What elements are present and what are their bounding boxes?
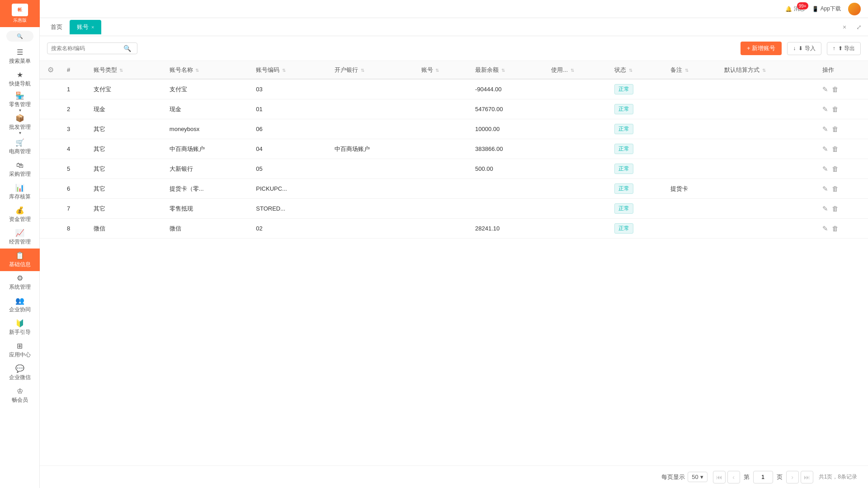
logo-text: 乐惠版: [13, 17, 27, 23]
sidebar-item-guide[interactable]: 🔰 新手引导: [0, 316, 40, 339]
last-page-button[interactable]: ⏭: [801, 471, 813, 483]
th-usage[interactable]: 使用... ⇅: [546, 61, 609, 79]
tab-account[interactable]: 账号 ×: [70, 20, 101, 34]
sidebar-item-search[interactable]: ☰ 搜索菜单: [0, 45, 40, 68]
delete-button[interactable]: 🗑: [832, 145, 839, 153]
row-status: 正常: [609, 99, 665, 119]
edit-button[interactable]: ✎: [822, 105, 828, 113]
th-code[interactable]: 账号编码 ⇅: [250, 61, 329, 79]
message-badge: 99+: [797, 2, 808, 9]
search-box[interactable]: 🔍: [47, 42, 137, 54]
sidebar-item-system[interactable]: ⚙ 系统管理: [0, 271, 40, 294]
sort-icon: ⇅: [629, 68, 632, 73]
next-page-button[interactable]: ›: [786, 471, 799, 483]
edit-button[interactable]: ✎: [822, 85, 828, 94]
edit-button[interactable]: ✎: [822, 165, 828, 173]
add-account-button[interactable]: + 新增账号: [741, 42, 782, 55]
search-input[interactable]: [51, 45, 123, 52]
delete-button[interactable]: 🗑: [832, 205, 839, 213]
sidebar-item-purchase[interactable]: 🛍 采购管理: [0, 158, 40, 181]
sidebar-item-quick-nav[interactable]: ★ 快捷导航: [0, 68, 40, 90]
sort-icon: ⇅: [282, 68, 286, 73]
row-usage: [546, 99, 609, 119]
tab-home[interactable]: 首页: [43, 20, 70, 34]
row-usage: [546, 199, 609, 219]
sidebar-item-ecommerce[interactable]: 🛒 电商管理: [0, 136, 40, 158]
edit-button[interactable]: ✎: [822, 125, 828, 133]
th-account-label: 账号: [421, 66, 433, 73]
row-balance: 547670.00: [470, 99, 546, 119]
th-balance[interactable]: 最新余额 ⇅: [470, 61, 546, 79]
message-button[interactable]: 🔔 消息 99+: [785, 5, 805, 13]
row-default-settlement: [719, 119, 817, 139]
tab-close-button[interactable]: ×: [839, 22, 850, 33]
th-status[interactable]: 状态 ⇅: [609, 61, 665, 79]
edit-button[interactable]: ✎: [822, 185, 828, 193]
app-icon: ⊞: [17, 342, 23, 350]
import-button[interactable]: ↓ ⬇ 导入: [787, 42, 821, 55]
delete-button[interactable]: 🗑: [832, 125, 839, 133]
edit-button[interactable]: ✎: [822, 225, 828, 233]
edit-button[interactable]: ✎: [822, 205, 828, 213]
th-bank[interactable]: 开户银行 ⇅: [329, 61, 415, 79]
sidebar-item-finance[interactable]: 💰 资金管理: [0, 203, 40, 226]
th-default-settlement[interactable]: 默认结算方式 ⇅: [719, 61, 817, 79]
row-name: 大新银行: [164, 159, 250, 179]
tab-account-label: 账号: [77, 23, 89, 31]
app-download-button[interactable]: 📱 App下载: [812, 5, 841, 13]
status-badge: 正常: [614, 144, 633, 154]
sidebar-item-operation[interactable]: 📈 经营管理: [0, 226, 40, 249]
page-number-input[interactable]: [753, 471, 773, 483]
page-suffix: 页: [777, 473, 783, 481]
prev-page-button[interactable]: ‹: [727, 471, 740, 483]
table-row: 5 其它 大新银行 05 500.00 正常 ✎ 🗑: [40, 159, 868, 179]
delete-button[interactable]: 🗑: [832, 185, 839, 193]
row-status: 正常: [609, 219, 665, 239]
main-area: 🔔 消息 99+ 📱 App下载 首页 账号 × × ⤢: [40, 0, 868, 488]
row-index: 1: [61, 79, 88, 99]
sidebar-search-box[interactable]: 🔍: [6, 31, 33, 42]
row-account: [416, 79, 470, 99]
export-button[interactable]: ↑ ⬆ 导出: [827, 42, 861, 55]
row-balance: 383866.00: [470, 139, 546, 159]
row-code: 03: [250, 79, 329, 99]
row-account: [416, 159, 470, 179]
first-page-button[interactable]: ⏮: [713, 471, 726, 483]
th-remark[interactable]: 备注 ⇅: [665, 61, 719, 79]
row-balance: 500.00: [470, 159, 546, 179]
settings-col-header[interactable]: ⚙: [40, 61, 61, 79]
delete-button[interactable]: 🗑: [832, 165, 839, 173]
sort-icon: ⇅: [501, 68, 505, 73]
delete-button[interactable]: 🗑: [832, 105, 839, 113]
status-badge: 正常: [614, 203, 633, 214]
sort-icon: ⇅: [571, 68, 574, 73]
shop-icon: 🏪: [15, 91, 24, 100]
sort-icon: ⇅: [195, 68, 199, 73]
sidebar-item-basic-info[interactable]: 📋 基础信息: [0, 249, 40, 271]
delete-button[interactable]: 🗑: [832, 225, 839, 233]
th-name[interactable]: 账号名称 ⇅: [164, 61, 250, 79]
edit-button[interactable]: ✎: [822, 145, 828, 153]
tab-fullscreen-button[interactable]: ⤢: [854, 22, 864, 33]
delete-button[interactable]: 🗑: [832, 85, 839, 94]
sidebar-item-inventory[interactable]: 📊 库存核算: [0, 181, 40, 203]
column-settings-icon[interactable]: ⚙: [47, 66, 54, 74]
row-balance: -90444.00: [470, 79, 546, 99]
sidebar-item-retail[interactable]: 🏪 零售管理 ▼: [0, 90, 40, 113]
wholesale-icon: 📦: [15, 114, 24, 122]
sidebar-item-wholesale[interactable]: 📦 批发管理 ▼: [0, 113, 40, 136]
sidebar-item-vip[interactable]: ♔ 畅会员: [0, 384, 40, 407]
sidebar-item-app-center[interactable]: ⊞ 应用中心: [0, 339, 40, 361]
sidebar-item-label: 应用中心: [9, 351, 31, 359]
sidebar-item-enterprise-wechat[interactable]: 💬 企业微信: [0, 361, 40, 384]
row-actions: ✎ 🗑: [817, 199, 868, 219]
tab-close-icon[interactable]: ×: [91, 24, 94, 30]
sidebar-item-enterprise[interactable]: 👥 企业协同: [0, 294, 40, 316]
th-type[interactable]: 账号类型 ⇅: [88, 61, 164, 79]
toolbar-right: + 新增账号 ↓ ⬇ 导入 ↑ ⬆ 导出: [741, 42, 861, 55]
user-avatar[interactable]: [848, 3, 861, 15]
page-size-dropdown[interactable]: 50 ▾: [688, 472, 707, 482]
th-account[interactable]: 账号 ⇅: [416, 61, 470, 79]
row-name: 零售抵现: [164, 199, 250, 219]
chart-icon: 📈: [15, 229, 24, 237]
